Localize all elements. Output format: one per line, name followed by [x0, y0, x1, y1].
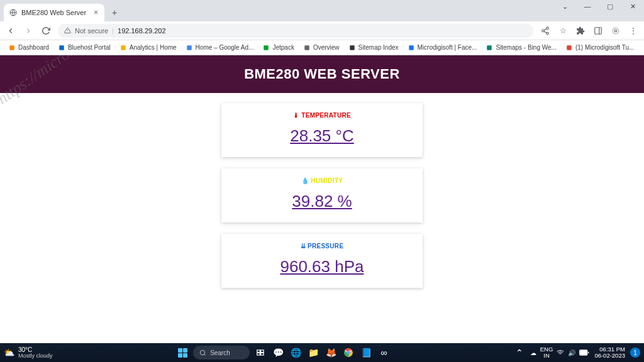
- bookmark-item[interactable]: Jetpack: [259, 43, 297, 53]
- bookmark-label: Jetpack: [272, 44, 294, 51]
- warning-icon: [64, 27, 71, 34]
- onedrive-icon[interactable]: ☁: [530, 349, 536, 356]
- taskbar-app-teams[interactable]: 💬: [271, 346, 285, 359]
- svg-point-19: [201, 350, 205, 354]
- extension-button[interactable]: [610, 25, 621, 36]
- new-tab-button[interactable]: +: [107, 5, 122, 20]
- temperature-value: 28.35 °C: [229, 126, 415, 146]
- forward-button[interactable]: [23, 25, 34, 36]
- bookmarks-bar: DashboardBluehost PortalAnalytics | Home…: [0, 40, 644, 55]
- humidity-label-row: 💧 HUMIDITY: [229, 177, 415, 184]
- bookmark-icon: [119, 44, 127, 52]
- maximize-button[interactable]: ▢: [602, 3, 618, 11]
- notifications-button[interactable]: 1: [630, 348, 640, 358]
- bookmark-label: Overview: [313, 44, 340, 51]
- star-icon[interactable]: ☆: [557, 25, 569, 36]
- humidity-card: 💧 HUMIDITY 39.82 %: [221, 168, 423, 222]
- svg-rect-23: [257, 353, 260, 356]
- svg-rect-8: [59, 45, 64, 50]
- extensions-icon[interactable]: [575, 25, 586, 36]
- search-placeholder: Search: [210, 349, 230, 356]
- svg-rect-21: [257, 350, 260, 353]
- bookmark-item[interactable]: Home – Google Ad...: [182, 43, 257, 53]
- clock[interactable]: 06:31 PM 06-02-2023: [594, 346, 625, 359]
- bookmark-icon: [348, 44, 356, 52]
- url-box[interactable]: Not secure | 192.168.29.202: [58, 24, 533, 38]
- search-icon: [199, 349, 206, 356]
- taskbar-search[interactable]: Search: [193, 346, 250, 359]
- taskbar-app-explorer[interactable]: 📁: [306, 346, 320, 359]
- system-tray[interactable]: ☁ ENG IN 🔊: [530, 346, 590, 359]
- not-secure-label: Not secure: [75, 27, 108, 35]
- bookmark-icon: [303, 44, 311, 52]
- language-indicator[interactable]: ENG IN: [540, 346, 553, 359]
- svg-rect-11: [264, 45, 269, 50]
- bookmark-item[interactable]: Microdigisoft | Face...: [404, 43, 480, 53]
- thermometer-icon: 🌡: [293, 112, 299, 119]
- close-window-button[interactable]: ✕: [625, 3, 640, 11]
- browser-titlebar: BME280 Web Server × + ⌄ — ▢ ✕: [0, 0, 644, 21]
- task-view-icon[interactable]: [253, 346, 267, 359]
- humidity-label: HUMIDITY: [311, 177, 343, 184]
- browser-tab[interactable]: BME280 Web Server ×: [4, 4, 104, 21]
- bookmark-item[interactable]: Bluehost Portal: [55, 43, 114, 53]
- svg-line-20: [204, 354, 206, 355]
- tray-chevron-icon[interactable]: ⌃: [514, 347, 525, 358]
- bookmark-item[interactable]: Analytics | Home: [116, 43, 180, 53]
- battery-icon[interactable]: [579, 349, 589, 356]
- svg-rect-9: [121, 45, 126, 50]
- svg-rect-14: [409, 45, 414, 50]
- taskbar-app-firefox[interactable]: 🦊: [324, 346, 338, 359]
- bookmark-label: Microdigisoft | Face...: [418, 44, 477, 51]
- svg-rect-13: [350, 45, 355, 50]
- share-icon[interactable]: [540, 25, 551, 36]
- weather-condition: Mostly cloudy: [18, 353, 53, 359]
- taskbar-app-edge[interactable]: 🌐: [289, 346, 303, 359]
- taskbar-app-arduino[interactable]: ∞: [377, 346, 391, 359]
- svg-rect-3: [595, 27, 602, 34]
- svg-rect-12: [304, 45, 309, 50]
- menu-icon[interactable]: ⋮: [628, 25, 639, 36]
- taskbar-app-chrome[interactable]: [341, 346, 355, 359]
- page-header: BME280 WEB SERVER: [0, 55, 644, 93]
- back-button[interactable]: [5, 25, 16, 36]
- bookmark-item[interactable]: Dashboard: [5, 43, 52, 53]
- close-icon[interactable]: ×: [94, 8, 98, 17]
- page-title: BME280 WEB SERVER: [244, 66, 400, 82]
- wifi-icon[interactable]: [557, 349, 564, 356]
- weather-widget[interactable]: 30°C Mostly cloudy: [18, 347, 53, 359]
- bookmark-item[interactable]: Scan results for mic...: [640, 43, 644, 53]
- taskbar-app-icon[interactable]: 📘: [359, 346, 373, 359]
- bookmark-item[interactable]: Sitemaps - Bing We...: [482, 43, 560, 53]
- globe-icon: [9, 8, 18, 17]
- bookmark-label: Analytics | Home: [130, 44, 177, 51]
- dropdown-icon[interactable]: ⌄: [557, 3, 572, 11]
- bookmark-label: Sitemap Index: [358, 44, 399, 51]
- toolbar-right: ☆ ⋮: [540, 25, 639, 36]
- windows-icon: [178, 348, 187, 358]
- humidity-value: 39.82 %: [229, 192, 415, 211]
- svg-rect-10: [187, 45, 192, 50]
- volume-icon[interactable]: 🔊: [568, 349, 575, 356]
- page-content: https://microdigisoft.com 17:16:59 BME28…: [0, 55, 644, 343]
- pressure-card: ⇊ PRESSURE 960.63 hPa: [221, 234, 423, 288]
- svg-rect-7: [9, 45, 14, 50]
- bookmark-icon: [262, 44, 270, 52]
- svg-point-6: [613, 28, 618, 33]
- bookmark-label: Home – Google Ad...: [196, 44, 254, 51]
- bookmark-icon: [408, 44, 415, 52]
- bookmark-icon: [8, 44, 16, 52]
- bookmark-item[interactable]: Sitemap Index: [345, 43, 402, 53]
- reload-button[interactable]: [40, 25, 52, 36]
- start-button[interactable]: [175, 346, 189, 359]
- tab-title: BME280 Web Server: [21, 9, 90, 16]
- weather-icon[interactable]: ⛅: [4, 348, 14, 358]
- bookmark-item[interactable]: Overview: [300, 43, 343, 53]
- address-bar: Not secure | 192.168.29.202 ☆ ⋮: [0, 21, 644, 40]
- side-panel-icon[interactable]: [592, 25, 604, 36]
- pressure-label-row: ⇊ PRESSURE: [229, 243, 415, 250]
- minimize-button[interactable]: —: [580, 3, 595, 11]
- temperature-label-row: 🌡 TEMPERATURE: [229, 112, 415, 119]
- pressure-value: 960.63 hPa: [229, 257, 415, 277]
- bookmark-item[interactable]: (1) Microdigisoft Tu...: [562, 43, 637, 53]
